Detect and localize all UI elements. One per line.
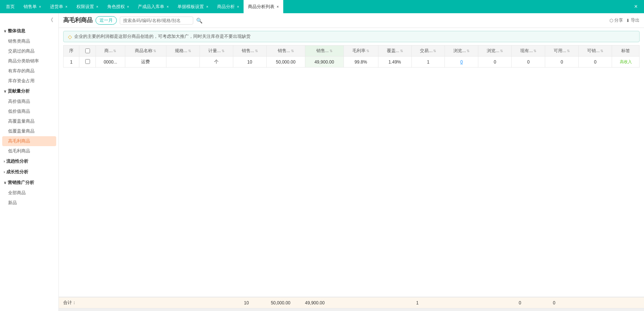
window-close-button[interactable]: × xyxy=(629,0,643,13)
export-button[interactable]: ⬇ 导出 xyxy=(626,17,640,23)
contribution-group-arrow: ∨ xyxy=(4,89,6,93)
col-gross-rate[interactable]: 毛利率⇅ xyxy=(343,46,378,57)
cell-gross-rate: 99.8% xyxy=(343,57,378,68)
sidebar-item-new-goods[interactable]: 新品 xyxy=(0,198,58,208)
close-permission-tab[interactable]: × xyxy=(96,5,98,9)
horizontal-scrollbar[interactable] xyxy=(59,308,644,311)
row-checkbox[interactable] xyxy=(85,59,90,64)
sidebar-item-sales-goods[interactable]: 销售类商品 xyxy=(0,36,58,46)
cell-available-stock: 0 xyxy=(545,57,579,68)
cell-spec xyxy=(166,57,199,68)
table-footer: 合计： 10 50,000.00 49,900.00 1 0 0 xyxy=(59,297,644,308)
marketing-group-arrow: ∨ xyxy=(4,181,6,185)
cell-checkbox[interactable] xyxy=(79,57,96,68)
close-product-in-tab[interactable]: × xyxy=(166,5,169,9)
sidebar-item-category-rate[interactable]: 商品分类助销率 xyxy=(0,56,58,66)
table-container: 序 商...⇅ 商品名称⇅ 规格...⇅ 计量...⇅ 销售...⇅ 销售...… xyxy=(59,45,644,297)
sidebar-group-marketing[interactable]: ∨ 营销推广分析 xyxy=(0,177,58,188)
overall-group-arrow: ∨ xyxy=(4,29,6,33)
sidebar-item-low-margin[interactable]: 低毛利商品 xyxy=(0,146,58,156)
sidebar-item-stock-capital[interactable]: 库存资金占用 xyxy=(0,76,58,86)
sidebar-item-all-goods[interactable]: 全部商品 xyxy=(0,188,58,198)
cell-sales-profit: 49,900.00 xyxy=(305,57,343,68)
close-template-tab[interactable]: × xyxy=(206,5,208,9)
sidebar-item-high-value[interactable]: 高价值商品 xyxy=(0,97,58,106)
close-product-analysis-tab[interactable]: × xyxy=(237,5,239,9)
contribution-group-items: 高价值商品 低价值商品 高覆盖量商品 低覆盖量商品 高毛利商品 低毛利商品 xyxy=(0,97,58,156)
nav-tab-product-analysis[interactable]: 商品分析 × xyxy=(213,0,244,13)
content-area: 高毛利商品 近一月 🔍 ⬡ 分享 ⬇ 导出 ◇ 企业 xyxy=(59,13,644,311)
sidebar-item-high-coverage[interactable]: 高覆盖量商品 xyxy=(0,116,58,126)
sidebar-group-growth[interactable]: › 成长性分析 xyxy=(0,167,58,177)
col-name[interactable]: 商品名称⇅ xyxy=(125,46,166,57)
col-coverage[interactable]: 覆盖...⇅ xyxy=(378,46,411,57)
col-tag: 标签 xyxy=(612,46,640,57)
sidebar-item-stock-goods[interactable]: 有库存的商品 xyxy=(0,66,58,76)
footer-sales-profit: 49,900.00 xyxy=(298,300,332,305)
cell-seq: 1 xyxy=(64,57,79,68)
close-purchase-tab[interactable]: × xyxy=(65,5,68,9)
select-all-checkbox[interactable] xyxy=(85,48,90,53)
sidebar-group-overall[interactable]: ∨ 整体信息 xyxy=(0,26,58,36)
cell-sellable-stock: 0 xyxy=(579,57,612,68)
nav-tab-role[interactable]: 角色授权 × xyxy=(103,0,134,13)
col-unit[interactable]: 计量...⇅ xyxy=(199,46,233,57)
close-role-tab[interactable]: × xyxy=(127,5,129,9)
sidebar-group-contribution[interactable]: ∨ 贡献量分析 xyxy=(0,86,58,97)
sidebar-collapse-button[interactable]: 《 xyxy=(46,16,55,24)
cell-name: 运费 xyxy=(125,57,166,68)
marketing-group-items: 全部商品 新品 xyxy=(0,188,58,208)
footer-empty3 xyxy=(161,300,195,305)
col-available-stock[interactable]: 可用...⇅ xyxy=(545,46,579,57)
sidebar-group-flow[interactable]: › 流趋性分析 xyxy=(0,156,58,167)
info-banner: ◇ 企业的主要的利润都是这部分商品创造的，可考虑加大推广，同时关注库存是不要出现… xyxy=(63,31,640,42)
sidebar-item-low-value[interactable]: 低价值商品 xyxy=(0,106,58,116)
nav-tab-product-analysis-list[interactable]: 商品分析列表 × xyxy=(244,0,283,13)
sidebar-item-traded-goods[interactable]: 交易过的商品 xyxy=(0,46,58,56)
col-transactions[interactable]: 交易...⇅ xyxy=(411,46,445,57)
nav-tab-purchase[interactable]: 进货单 × xyxy=(46,0,72,13)
col-sales-profit[interactable]: 销售...⇅ xyxy=(305,46,343,57)
footer-empty7 xyxy=(435,300,469,305)
header-actions: ⬡ 分享 ⬇ 导出 xyxy=(609,17,640,23)
footer-sales-qty: 10 xyxy=(229,300,263,305)
table-row: 1 0000... 运费 个 10 50,000.00 49,900.00 99… xyxy=(64,57,640,68)
col-browse2[interactable]: 浏览...⇅ xyxy=(478,46,512,57)
nav-tab-product-in[interactable]: 产成品入库单 × xyxy=(133,0,173,13)
sidebar-item-high-margin[interactable]: 高毛利商品 xyxy=(2,136,56,146)
nav-tab-permission[interactable]: 权限设置 × xyxy=(72,0,103,13)
data-table: 序 商...⇅ 商品名称⇅ 规格...⇅ 计量...⇅ 销售...⇅ 销售...… xyxy=(63,45,640,68)
footer-empty2 xyxy=(127,300,161,305)
footer-empty1 xyxy=(93,300,127,305)
content-header: 高毛利商品 近一月 🔍 ⬡ 分享 ⬇ 导出 xyxy=(59,13,644,28)
footer-available-stock: 0 xyxy=(537,300,571,305)
search-button[interactable]: 🔍 xyxy=(196,18,202,23)
close-sales-tab[interactable]: × xyxy=(39,5,41,9)
col-sellable-stock[interactable]: 可销...⇅ xyxy=(579,46,612,57)
sidebar-item-low-coverage[interactable]: 低覆盖量商品 xyxy=(0,126,58,136)
cell-browse1[interactable]: 0 xyxy=(445,57,478,68)
col-code[interactable]: 商...⇅ xyxy=(96,46,125,57)
nav-tab-template[interactable]: 单据模板设置 × xyxy=(173,0,213,13)
col-sales-amount[interactable]: 销售...⇅ xyxy=(266,46,305,57)
cell-sales-qty: 10 xyxy=(233,57,266,68)
top-nav: 首页 销售单 × 进货单 × 权限设置 × 角色授权 × 产成品入库单 × 单据… xyxy=(0,0,644,13)
col-checkbox xyxy=(79,46,96,57)
cell-coverage: 1.49% xyxy=(378,57,411,68)
nav-tab-home[interactable]: 首页 xyxy=(1,0,19,13)
cell-sales-amount: 50,000.00 xyxy=(266,57,305,68)
share-button[interactable]: ⬡ 分享 xyxy=(609,17,623,23)
col-browse1[interactable]: 浏览...⇅ xyxy=(445,46,478,57)
col-spec[interactable]: 规格...⇅ xyxy=(166,46,199,57)
search-input[interactable] xyxy=(120,17,193,25)
col-current-stock[interactable]: 现有...⇅ xyxy=(512,46,545,57)
close-product-analysis-list-tab[interactable]: × xyxy=(277,5,279,9)
time-filter-button[interactable]: 近一月 xyxy=(96,16,117,25)
footer-empty5 xyxy=(332,300,366,305)
col-sales-qty[interactable]: 销售...⇅ xyxy=(233,46,266,57)
cell-code: 0000... xyxy=(96,57,125,68)
info-icon: ◇ xyxy=(68,34,72,40)
footer-empty9 xyxy=(571,300,605,305)
nav-tab-sales[interactable]: 销售单 × xyxy=(19,0,46,13)
col-seq: 序 xyxy=(64,46,79,57)
